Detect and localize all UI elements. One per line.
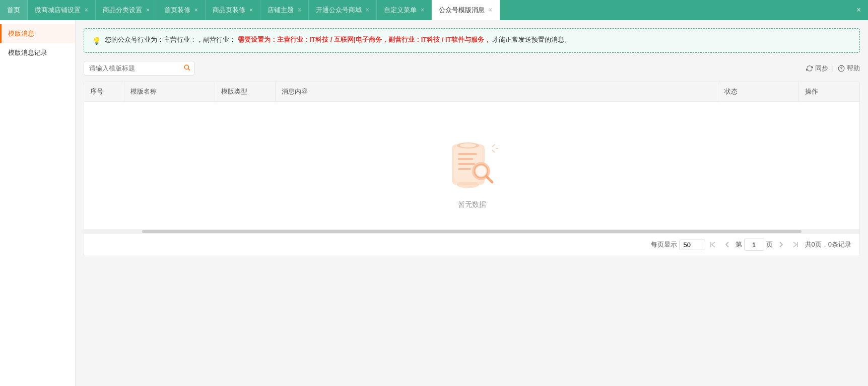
tab-homepage-label: 首页装修 <box>164 6 190 15</box>
tab-menu-label: 自定义菜单 <box>384 6 417 15</box>
tab-template-close[interactable]: × <box>489 7 492 14</box>
th-seq: 序号 <box>84 82 124 101</box>
page-last-icon <box>791 241 798 248</box>
tab-mall-label: 开通公众号商城 <box>316 6 362 15</box>
tab-mall-close[interactable]: × <box>366 7 369 14</box>
toolbar-right: 同步 | 帮助 <box>806 64 860 73</box>
tab-category-label: 商品分类设置 <box>103 6 142 15</box>
scroll-track[interactable] <box>142 230 801 233</box>
tab-wshop[interactable]: 微商城店铺设置 × <box>28 0 96 20</box>
sync-button[interactable]: 同步 <box>806 64 828 73</box>
notice-suffix: 才能正常发送预置的消息。 <box>492 36 571 43</box>
th-status: 状态 <box>718 82 799 101</box>
page-size-label: 每页显示 <box>651 240 677 249</box>
page-next-button[interactable] <box>775 239 787 251</box>
tab-category-close[interactable]: × <box>146 7 150 14</box>
tab-wshop-label: 微商城店铺设置 <box>35 6 81 15</box>
notice-box: 💡 您的公众号行业为：主营行业：，副营行业： 需要设置为：主营行业：IT科技 /… <box>84 28 860 53</box>
toolbar-divider: | <box>832 64 834 72</box>
main-layout: 模版消息 模版消息记录 💡 您的公众号行业为：主营行业：，副营行业： 需要设置为… <box>0 20 868 386</box>
svg-point-15 <box>476 166 486 176</box>
tab-template-label: 公众号模版消息 <box>439 6 485 15</box>
page-size-dropdown[interactable]: 50 20 100 <box>679 240 705 250</box>
tab-template[interactable]: 公众号模版消息 × <box>432 0 500 20</box>
page-prev-icon <box>724 241 731 248</box>
sync-icon <box>806 65 813 72</box>
pagination: 每页显示 50 20 100 <box>84 234 859 256</box>
tab-home[interactable]: 首页 <box>0 0 28 20</box>
tab-bar-close-all[interactable]: × <box>849 0 868 20</box>
sidebar-item-template-log[interactable]: 模版消息记录 <box>0 43 75 62</box>
tab-home-label: 首页 <box>7 6 20 15</box>
svg-line-18 <box>492 144 495 147</box>
tab-theme-label: 店铺主题 <box>268 6 294 15</box>
page-size-select: 每页显示 50 20 100 <box>651 240 703 250</box>
svg-rect-9 <box>458 163 475 165</box>
svg-line-16 <box>486 176 492 182</box>
search-bar: 同步 | 帮助 <box>84 61 860 75</box>
th-type: 模版类型 <box>215 82 276 101</box>
help-label: 帮助 <box>847 64 860 73</box>
svg-rect-10 <box>458 168 471 170</box>
sidebar-item-template-log-label: 模版消息记录 <box>8 49 47 56</box>
sidebar-item-template-msg[interactable]: 模版消息 <box>0 24 75 43</box>
tab-bar: 首页 微商城店铺设置 × 商品分类设置 × 首页装修 × 商品页装修 × 店铺主… <box>0 0 868 20</box>
sidebar-item-template-msg-label: 模版消息 <box>8 30 34 37</box>
content-area: 💡 您的公众号行业为：主营行业：，副营行业： 需要设置为：主营行业：IT科技 /… <box>76 20 868 386</box>
svg-rect-7 <box>458 153 477 155</box>
svg-rect-8 <box>458 158 473 160</box>
page-nav: 第 页 <box>707 239 801 251</box>
search-icon <box>183 64 190 71</box>
notice-text: 您的公众号行业为：主营行业：，副营行业： 需要设置为：主营行业：IT科技 / 互… <box>105 35 571 45</box>
notice-bulb-icon: 💡 <box>92 35 101 46</box>
help-icon <box>838 65 845 72</box>
empty-text: 暂无数据 <box>458 200 486 209</box>
page-prev-button[interactable] <box>721 239 733 251</box>
tab-product-close[interactable]: × <box>249 7 253 14</box>
page-total: 共0页，0条记录 <box>805 240 851 249</box>
tab-theme-close[interactable]: × <box>298 7 301 14</box>
empty-illustration <box>442 132 502 192</box>
tab-menu-close[interactable]: × <box>421 7 424 14</box>
notice-highlight: 需要设置为：主营行业：IT科技 / 互联网|电子商务，副营行业：IT科技 / I… <box>238 36 491 43</box>
svg-line-1 <box>188 69 190 70</box>
tab-homepage[interactable]: 首页装修 × <box>157 0 206 20</box>
table-wrap: 序号 模版名称 模版类型 消息内容 状态 操作 <box>84 82 860 256</box>
tab-product-label: 商品页装修 <box>213 6 245 15</box>
tab-category[interactable]: 商品分类设置 × <box>96 0 157 20</box>
table-header: 序号 模版名称 模版类型 消息内容 状态 操作 <box>84 82 859 102</box>
notice-prefix: 您的公众号行业为：主营行业：，副营行业： <box>105 36 236 43</box>
tab-menu[interactable]: 自定义菜单 × <box>377 0 432 20</box>
search-left <box>84 61 194 75</box>
tab-product[interactable]: 商品页装修 × <box>206 0 260 20</box>
scroll-bar-area[interactable] <box>84 229 859 234</box>
sidebar: 模版消息 模版消息记录 <box>0 20 76 386</box>
svg-point-12 <box>460 143 476 147</box>
page-next-icon <box>777 241 784 248</box>
page-label-ye: 页 <box>766 240 773 249</box>
th-action: 操作 <box>799 82 859 101</box>
th-name: 模版名称 <box>124 82 215 101</box>
search-input-wrap <box>84 61 194 75</box>
tab-theme[interactable]: 店铺主题 × <box>260 0 309 20</box>
th-content: 消息内容 <box>276 82 718 101</box>
help-button[interactable]: 帮助 <box>838 64 860 73</box>
tab-wshop-close[interactable]: × <box>85 7 88 14</box>
page-first-button[interactable] <box>707 239 719 251</box>
empty-state: 暂无数据 <box>84 102 859 229</box>
page-last-button[interactable] <box>789 239 801 251</box>
search-button[interactable] <box>183 64 190 72</box>
search-input[interactable] <box>84 61 194 75</box>
page-first-icon <box>710 241 717 248</box>
sync-label: 同步 <box>815 64 828 73</box>
page-number-input[interactable] <box>744 239 764 251</box>
svg-line-20 <box>492 150 495 152</box>
page-label-di: 第 <box>736 240 742 249</box>
tab-homepage-close[interactable]: × <box>194 7 198 14</box>
svg-point-0 <box>184 65 188 69</box>
tab-mall[interactable]: 开通公众号商城 × <box>309 0 377 20</box>
